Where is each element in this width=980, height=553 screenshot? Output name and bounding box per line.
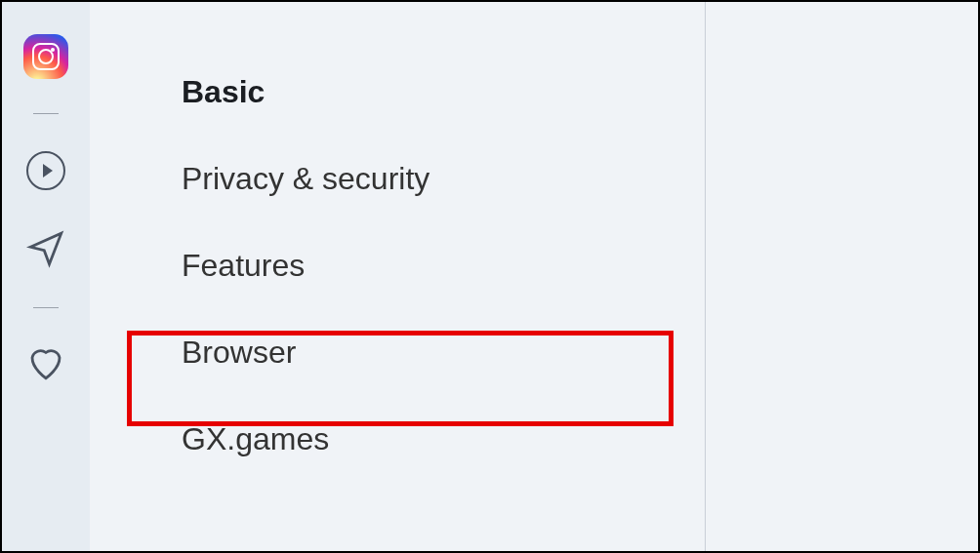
instagram-icon bbox=[23, 34, 68, 79]
icon-sidebar bbox=[2, 2, 90, 551]
heart-icon bbox=[25, 342, 66, 387]
sidebar-item-send[interactable] bbox=[22, 227, 69, 274]
sidebar-item-play[interactable] bbox=[22, 147, 69, 194]
settings-nav: Basic Privacy & security Features Browse… bbox=[90, 2, 705, 551]
sidebar-item-heart[interactable] bbox=[22, 341, 69, 388]
content-area bbox=[706, 2, 978, 551]
nav-item-features[interactable]: Features bbox=[182, 222, 705, 309]
nav-item-browser[interactable]: Browser bbox=[182, 309, 705, 396]
sidebar-divider bbox=[33, 113, 59, 114]
sidebar-item-instagram[interactable] bbox=[22, 33, 69, 80]
sidebar-divider bbox=[33, 307, 59, 308]
play-icon bbox=[26, 151, 65, 190]
send-icon bbox=[25, 228, 66, 273]
nav-item-basic[interactable]: Basic bbox=[182, 49, 705, 136]
nav-item-gxgames[interactable]: GX.games bbox=[182, 396, 705, 483]
nav-item-privacy[interactable]: Privacy & security bbox=[182, 136, 705, 222]
